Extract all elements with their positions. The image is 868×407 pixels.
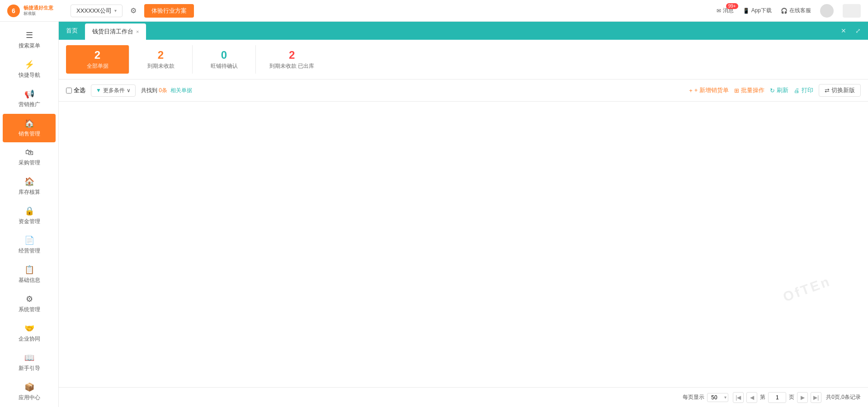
batch-operation-button[interactable]: ⊞ 批量操作: [734, 86, 764, 94]
capital-icon: 🔒: [24, 206, 34, 216]
filter-label: 更多条件: [103, 87, 125, 94]
settings-button[interactable]: ⚙: [126, 4, 141, 18]
sidebar-item-enterprise[interactable]: 🤝 企业协同: [3, 319, 56, 347]
content-area: 首页 钱货日清工作台 × ✕ ⤢ 2 全部单据 2 到期未收款: [59, 22, 868, 407]
guide-icon: 📖: [24, 353, 34, 363]
sidebar-item-marketing[interactable]: 📢 营销推广: [3, 84, 56, 113]
sidebar: ☰ 搜索菜单 ⚡ 快捷导航 📢 营销推广 🏠 销售管理 🛍 采购管理 🏠 库存核…: [0, 22, 59, 407]
page-label: 第: [760, 393, 765, 401]
sidebar-item-app-center[interactable]: 📦 应用中心: [3, 378, 56, 406]
enterprise-icon: 🤝: [24, 323, 34, 333]
stat-card-overdue-out[interactable]: 2 到期未收款 已出库: [256, 45, 328, 74]
tab-bar-actions: ✕ ⤢: [834, 22, 868, 40]
avatar[interactable]: [820, 4, 834, 18]
sidebar-item-capital[interactable]: 🔒 资金管理: [3, 201, 56, 230]
avatar-extra[interactable]: [843, 4, 861, 18]
app-download-button[interactable]: 📱 App下载: [743, 7, 772, 14]
message-button[interactable]: ✉ 消息 99+: [717, 7, 734, 14]
try-industry-button[interactable]: 体验行业方案: [144, 4, 194, 18]
tab-close-action[interactable]: ✕: [838, 25, 849, 36]
add-icon: +: [689, 87, 693, 94]
page-end-label: 页: [789, 393, 794, 401]
company-name: XXXXXX公司: [76, 7, 112, 15]
refresh-button[interactable]: ↻ 刷新: [770, 86, 788, 94]
stat-label-overdue-unpaid: 到期未收款: [147, 62, 175, 70]
sidebar-item-guide[interactable]: 📖 新手引导: [3, 348, 56, 377]
sidebar-item-label: 采购管理: [19, 159, 40, 167]
watermark: OfTEn: [781, 273, 833, 305]
tab-home[interactable]: 首页: [59, 22, 85, 40]
sidebar-item-label: 新手引导: [19, 365, 40, 372]
per-page-select-input[interactable]: 50 20 100: [707, 393, 728, 402]
chevron-down-icon: ▾: [114, 8, 117, 13]
select-all-area[interactable]: 全选: [66, 86, 85, 94]
sidebar-item-quick-nav[interactable]: ⚡ 快捷导航: [3, 55, 56, 84]
sidebar-item-operation[interactable]: 📄 经营管理: [3, 231, 56, 259]
base-info-icon: 📋: [24, 265, 34, 275]
total-records: 共0页,0条记录: [826, 393, 861, 401]
main-layout: ☰ 搜索菜单 ⚡ 快捷导航 📢 营销推广 🏠 销售管理 🛍 采购管理 🏠 库存核…: [0, 22, 868, 407]
sidebar-item-sales[interactable]: 🏠 销售管理: [3, 114, 56, 142]
found-text: 共找到 0条 相关单据: [141, 87, 192, 94]
sidebar-item-label: 搜索菜单: [19, 42, 40, 50]
stat-number-pending: 0: [221, 49, 227, 61]
per-page-wrapper[interactable]: 50 20 100: [707, 393, 728, 402]
found-count: 0条: [159, 87, 167, 94]
system-icon: ⚙: [26, 294, 33, 304]
active-tab-label: 钱货日清工作台: [92, 28, 133, 36]
print-button[interactable]: 🖨 打印: [794, 86, 813, 94]
home-tab-label: 首页: [66, 27, 78, 35]
sidebar-item-base-info[interactable]: 📋 基础信息: [3, 260, 56, 289]
stat-label-all: 全部单据: [87, 62, 108, 70]
message-badge: 99+: [726, 3, 738, 9]
select-all-checkbox[interactable]: [66, 88, 72, 94]
chevron-icon: ∨: [127, 87, 131, 94]
online-service-button[interactable]: 🎧 在线客服: [781, 7, 811, 14]
select-all-label: 全选: [74, 86, 85, 94]
logo-icon: 6: [7, 5, 20, 17]
sidebar-item-system[interactable]: ⚙ 系统管理: [3, 290, 56, 318]
headset-icon: 🎧: [781, 8, 788, 14]
sidebar-item-search-menu[interactable]: ☰ 搜索菜单: [3, 26, 56, 54]
sidebar-item-label: 基础信息: [19, 276, 40, 284]
logo-sub: 标准版: [24, 11, 53, 17]
filter-button[interactable]: ▼ 更多条件 ∨: [91, 84, 136, 97]
next-page-button[interactable]: ▶: [797, 392, 808, 403]
stat-card-overdue-unpaid[interactable]: 2 到期未收款: [129, 45, 193, 74]
sidebar-item-label: 销售管理: [19, 130, 40, 138]
page-content: 2 全部单据 2 到期未收款 0 旺铺待确认 2 到期未收款 已出库: [59, 40, 868, 407]
sidebar-item-purchase[interactable]: 🛍 采购管理: [3, 143, 56, 171]
tab-active[interactable]: 钱货日清工作台 ×: [85, 23, 146, 40]
sidebar-item-label: 资金管理: [19, 218, 40, 225]
sidebar-item-label: 库存核算: [19, 188, 40, 196]
stat-label-overdue-out: 到期未收款 已出库: [269, 62, 314, 70]
stat-card-all[interactable]: 2 全部单据: [66, 45, 129, 74]
last-page-button[interactable]: ▶|: [811, 392, 821, 403]
sales-icon: 🏠: [24, 118, 34, 128]
tab-bar: 首页 钱货日清工作台 × ✕ ⤢: [59, 22, 868, 40]
search-menu-icon: ☰: [26, 30, 33, 40]
phone-icon: 📱: [743, 8, 750, 14]
tab-close-icon[interactable]: ×: [136, 29, 139, 34]
operation-icon: 📄: [24, 235, 34, 245]
print-icon: 🖨: [794, 87, 800, 94]
switch-version-button[interactable]: ⇄ 切换新版: [819, 84, 861, 97]
company-selector[interactable]: XXXXXX公司 ▾: [71, 5, 123, 17]
page-input[interactable]: [768, 392, 786, 403]
per-page-label: 每页显示: [683, 393, 704, 401]
first-page-button[interactable]: |◀: [733, 392, 744, 403]
stats-row: 2 全部单据 2 到期未收款 0 旺铺待确认 2 到期未收款 已出库: [59, 40, 868, 80]
tab-expand-action[interactable]: ⤢: [853, 25, 863, 36]
stat-card-pending[interactable]: 0 旺铺待确认: [193, 45, 256, 74]
filter-icon: ▼: [96, 87, 101, 94]
quick-nav-icon: ⚡: [24, 60, 34, 70]
add-sales-order-button[interactable]: + + 新增销货单: [689, 86, 729, 94]
app-center-icon: 📦: [24, 382, 34, 392]
refresh-icon: ↻: [770, 87, 775, 94]
inventory-icon: 🏠: [24, 177, 34, 187]
sidebar-item-label: 经营管理: [19, 247, 40, 255]
sidebar-item-inventory[interactable]: 🏠 库存核算: [3, 172, 56, 201]
stat-label-pending: 旺铺待确认: [211, 62, 238, 70]
prev-page-button[interactable]: ◀: [746, 392, 757, 403]
logo-area: 6 畅捷通好生意 标准版: [7, 5, 66, 17]
